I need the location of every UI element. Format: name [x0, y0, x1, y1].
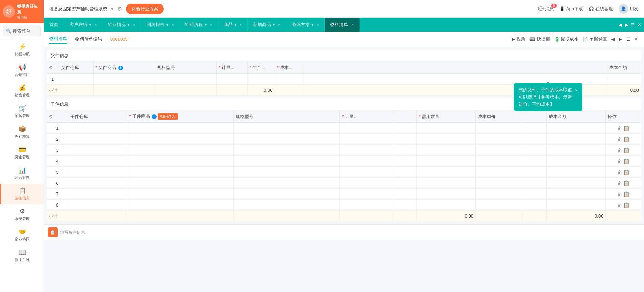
child-spec-cell[interactable]: [233, 189, 340, 200]
sub-header-next-icon[interactable]: ▶: [619, 37, 622, 42]
tab-close-icon[interactable]: ×: [278, 23, 280, 27]
delete-icon[interactable]: 🗑: [617, 159, 622, 164]
child-unit-cell[interactable]: [340, 123, 393, 134]
col-settings-icon[interactable]: ⚙: [49, 65, 53, 70]
child-spec-cell[interactable]: [233, 156, 340, 167]
child-product-cell[interactable]: [127, 189, 234, 200]
child-warehouse-cell[interactable]: [68, 200, 127, 211]
child-product-cell[interactable]: [127, 167, 234, 178]
single-setting-tool[interactable]: 📄 单据设置: [583, 36, 607, 42]
tab-menu-icon[interactable]: ☰: [631, 22, 635, 27]
child-qty-cell[interactable]: [417, 134, 476, 145]
search-menu-button[interactable]: 🔍 搜索菜单: [3, 26, 41, 36]
child-unit-cell[interactable]: [340, 178, 393, 189]
child-product-cell[interactable]: [127, 178, 234, 189]
tab-next-icon[interactable]: ▶: [625, 22, 628, 27]
extract-cost-tool[interactable]: 💲 提取成本: [554, 36, 579, 42]
copy-icon[interactable]: 📋: [623, 148, 629, 153]
child-unit-cell[interactable]: [340, 167, 393, 178]
delete-icon[interactable]: 🗑: [617, 191, 622, 197]
sub-header-prev-icon[interactable]: ◀: [611, 37, 615, 42]
child-product-cell[interactable]: [127, 145, 234, 156]
copy-icon[interactable]: 📋: [623, 170, 629, 175]
child-unit-cell[interactable]: [340, 156, 393, 167]
sidebar-item-purchase[interactable]: 🛒 采购管理: [0, 101, 44, 122]
parent-warehouse-cell[interactable]: [59, 74, 93, 85]
child-qty-cell[interactable]: [417, 178, 476, 189]
child-warehouse-cell[interactable]: [68, 178, 127, 189]
col-settings-icon[interactable]: ⚙: [49, 114, 53, 119]
parent-unit-cell[interactable]: [216, 74, 247, 85]
sidebar-item-quick-nav[interactable]: ⚡ 快捷导航: [0, 39, 44, 60]
child-unit-cell[interactable]: [340, 134, 393, 145]
child-product-cell[interactable]: [127, 200, 234, 211]
sidebar-item-finance[interactable]: 💳 资金管理: [0, 142, 44, 163]
delete-icon[interactable]: 🗑: [617, 170, 622, 175]
tab-close-icon[interactable]: ×: [95, 23, 97, 27]
sidebar-item-basic-info[interactable]: 📋 基础信息: [0, 184, 44, 204]
sys-dropdown-icon[interactable]: ▼: [110, 6, 114, 11]
th-info-icon[interactable]: i: [118, 66, 123, 70]
child-unit-cell[interactable]: [340, 189, 393, 200]
child-unitcost-cell[interactable]: [475, 145, 523, 156]
child-warehouse-cell[interactable]: [68, 156, 127, 167]
child-product-cell[interactable]: [127, 156, 234, 167]
parent-spec-cell[interactable]: [155, 74, 216, 85]
child-qty-cell[interactable]: [417, 156, 476, 167]
sidebar-item-inventory[interactable]: 📦 库存核算: [0, 122, 44, 142]
child-unitcost-cell[interactable]: [475, 123, 523, 134]
delete-icon[interactable]: 🗑: [617, 148, 622, 153]
child-unitcost-cell[interactable]: [475, 156, 523, 167]
sidebar-item-enterprise[interactable]: 🤝 企业协同: [0, 225, 44, 245]
sidebar-item-guide[interactable]: 📖 新手引导: [0, 245, 44, 266]
th-settings[interactable]: ⚙: [47, 62, 59, 74]
th-child-settings[interactable]: ⚙: [47, 110, 68, 123]
note-icon[interactable]: 📋: [48, 227, 58, 237]
note-hint[interactable]: 填写备注信息: [60, 230, 85, 235]
tab-profit[interactable]: 利润报告 ▾ ×: [141, 18, 179, 32]
child-unitcost-cell[interactable]: [475, 167, 523, 178]
copy-icon[interactable]: 📋: [623, 126, 629, 131]
child-unitcost-cell[interactable]: [475, 134, 523, 145]
child-unitcost-cell[interactable]: [475, 189, 523, 200]
tab-barcode[interactable]: 条码方案 ▾ ×: [286, 18, 325, 32]
video-tool[interactable]: ▶ 视频: [512, 36, 525, 42]
copy-icon[interactable]: 📋: [623, 191, 629, 197]
child-product-cell[interactable]: [127, 123, 234, 134]
child-spec-cell[interactable]: [233, 134, 340, 145]
tab-close-icon[interactable]: ×: [172, 23, 174, 27]
user-tool[interactable]: 👤 用友: [619, 4, 639, 14]
child-warehouse-cell[interactable]: [68, 145, 127, 156]
tab-home[interactable]: 首页: [44, 18, 64, 32]
child-spec-cell[interactable]: [233, 123, 340, 134]
child-warehouse-cell[interactable]: [68, 167, 127, 178]
child-unitcost-cell[interactable]: [475, 178, 523, 189]
child-qty-cell[interactable]: [417, 123, 476, 134]
tab-prev-icon[interactable]: ◀: [619, 22, 622, 27]
tab-close-icon[interactable]: ×: [240, 23, 242, 27]
child-unit-cell[interactable]: [340, 145, 393, 156]
tab-new-goods[interactable]: 新增商品 ▾ ×: [248, 18, 286, 32]
child-qty-cell[interactable]: [417, 189, 476, 200]
th-child-info-icon[interactable]: i: [152, 114, 157, 119]
scan-input-btn[interactable]: 扫码录入: [158, 113, 178, 120]
child-unitcost-cell[interactable]: [475, 200, 523, 211]
copy-icon[interactable]: 📋: [623, 180, 629, 186]
tab-operations[interactable]: 经营情况 ▾ ×: [102, 18, 141, 32]
sub-tab-bom[interactable]: 物料清单: [49, 34, 67, 44]
parent-prod-cell[interactable]: [247, 74, 275, 85]
message-tool[interactable]: 💬 消息 6: [538, 6, 554, 12]
child-product-cell[interactable]: [127, 134, 234, 145]
tab-close-icon[interactable]: ×: [133, 23, 135, 27]
parent-cost-cell[interactable]: [275, 74, 302, 85]
online-support-tool[interactable]: 🎧 在线客服: [589, 6, 613, 12]
parent-product-cell[interactable]: [93, 74, 155, 85]
copy-icon[interactable]: 📋: [623, 137, 629, 142]
shortcut-tool[interactable]: ⌨ 快捷键: [529, 36, 550, 42]
child-spec-cell[interactable]: [233, 200, 340, 211]
tab-customer[interactable]: 客户联络 ▾ ×: [64, 18, 102, 32]
child-spec-cell[interactable]: [233, 145, 340, 156]
delete-icon[interactable]: 🗑: [617, 180, 622, 186]
app-download-tool[interactable]: 📱 App下载: [559, 6, 583, 12]
sidebar-item-marketing[interactable]: 📢 营销推广: [0, 60, 44, 81]
